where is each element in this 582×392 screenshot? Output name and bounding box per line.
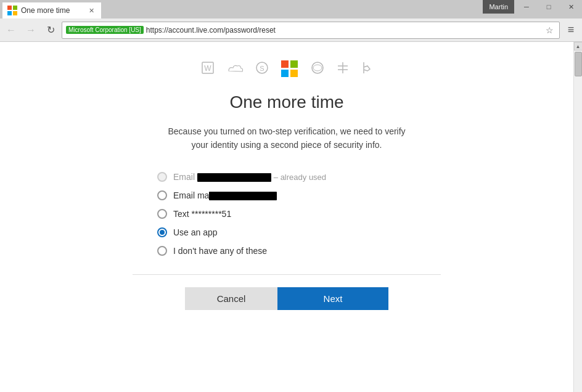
none-label: I don't have any of these [173, 246, 267, 256]
email-mail-option-row[interactable]: Email ma [157, 190, 416, 200]
minimize-button[interactable]: ─ [515, 0, 538, 14]
window-controls: ─ □ ✕ [515, 0, 582, 14]
text-radio[interactable] [157, 209, 167, 219]
user-badge: Martin [483, 0, 514, 14]
tab-close-button[interactable]: ✕ [86, 6, 96, 15]
none-option-row[interactable]: I don't have any of these [157, 246, 416, 256]
url-text: https://account.live.com/password/reset [146, 26, 276, 35]
email-mail-radio[interactable] [157, 190, 167, 200]
email-label: Email – already used [173, 172, 326, 182]
refresh-button[interactable]: ↻ [42, 22, 59, 39]
use-app-radio[interactable] [157, 227, 167, 237]
back-button[interactable]: ← [2, 22, 20, 39]
divider [133, 274, 441, 275]
page-subtitle: Because you turned on two-step verificat… [163, 125, 410, 152]
browser-tab[interactable]: One more time ✕ [2, 2, 101, 18]
options-list: Email – already used Email ma Text *****… [157, 172, 416, 256]
forward-button[interactable]: → [22, 22, 39, 39]
ms-product-icons: W S [83, 60, 490, 78]
address-field[interactable]: Microsoft Corporation [US] https://accou… [62, 22, 560, 39]
restore-button[interactable]: □ [538, 0, 560, 14]
tab-title: One more time [21, 6, 70, 15]
svg-text:W: W [204, 64, 211, 73]
onedrive-icon [227, 62, 243, 76]
email-option-row[interactable]: Email – already used [157, 172, 416, 182]
xbox-icon [311, 61, 324, 78]
page-area: W S [0, 42, 573, 392]
scroll-thumb[interactable] [575, 52, 582, 76]
star-icon[interactable]: ☆ [543, 24, 555, 36]
text-label: Text *********51 [173, 209, 231, 219]
button-row: Cancel Next [170, 287, 404, 310]
close-button[interactable]: ✕ [560, 0, 582, 14]
scrollbar[interactable]: ▲ [573, 42, 582, 392]
svg-rect-1 [13, 6, 17, 10]
use-app-radio-inner [160, 230, 165, 235]
cancel-button[interactable]: Cancel [185, 287, 277, 310]
email-mail-redacted [209, 192, 277, 200]
text-option-row[interactable]: Text *********51 [157, 209, 416, 219]
scroll-up-arrow[interactable]: ▲ [574, 42, 583, 51]
menu-button[interactable]: ≡ [562, 22, 580, 39]
skype-icon: S [255, 61, 269, 78]
microsoft-logo [281, 60, 298, 78]
bing-icon [361, 61, 372, 78]
ssl-badge: Microsoft Corporation [US] [66, 26, 144, 34]
svg-text:S: S [260, 64, 264, 71]
browser-content: W S [0, 42, 582, 392]
word-icon: W [201, 61, 215, 78]
svg-point-8 [312, 62, 323, 73]
skype2-icon [337, 61, 349, 78]
none-radio[interactable] [157, 246, 167, 256]
email-radio[interactable] [157, 172, 167, 182]
svg-point-9 [313, 65, 322, 71]
addressbar: ← → ↻ Microsoft Corporation [US] https:/… [0, 18, 582, 42]
use-app-label: Use an app [173, 227, 218, 237]
page-content: W S [71, 42, 502, 359]
page-title: One more time [83, 92, 490, 112]
already-used-text: – already used [274, 173, 326, 182]
titlebar: One more time ✕ Martin ─ □ ✕ [0, 0, 582, 18]
address-icons: ☆ [543, 24, 555, 36]
svg-rect-0 [7, 6, 12, 10]
tab-favicon [7, 6, 17, 15]
email-redacted [197, 173, 271, 182]
email-mail-label: Email ma [173, 190, 277, 200]
next-button[interactable]: Next [277, 287, 388, 310]
use-app-option-row[interactable]: Use an app [157, 227, 416, 237]
svg-rect-3 [13, 11, 17, 15]
svg-rect-2 [7, 11, 12, 15]
